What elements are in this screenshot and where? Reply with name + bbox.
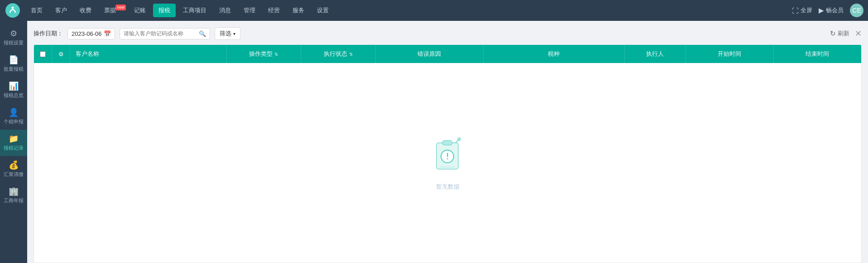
toolbar: 操作日期： 2023-06-06 📅 🔍 筛选 ▾ ↻ 刷新 ✕ xyxy=(34,27,862,40)
search-input[interactable] xyxy=(124,30,196,37)
batch-tax-icon: 📄 xyxy=(9,56,19,64)
th-op-type[interactable]: 操作类型 ⇅ xyxy=(227,45,302,63)
refresh-button[interactable]: ↻ 刷新 xyxy=(830,29,849,38)
sidebar-item-tax-record[interactable]: 📁 报税记录 xyxy=(0,130,27,156)
sidebar-item-tax-settings[interactable]: ⚙ 报税设置 xyxy=(0,24,27,51)
sidebar-item-annual-report[interactable]: 🏢 工商年报 xyxy=(0,182,27,209)
sort-icon: ⇅ xyxy=(349,52,353,57)
th-gear[interactable]: ⚙ xyxy=(52,45,70,63)
sidebar-item-tax-overview[interactable]: 📊 报税总览 xyxy=(0,77,27,103)
tax-settings-icon: ⚙ xyxy=(10,29,17,38)
sidebar-item-annual-settle[interactable]: 💰 汇算清缴 xyxy=(0,156,27,182)
main-layout: ⚙ 报税设置 📄 批量报税 📊 报税总览 👤 个税申报 📁 报税记录 💰 汇算清… xyxy=(0,21,868,263)
nav-customer[interactable]: 客户 xyxy=(50,4,72,17)
th-check[interactable] xyxy=(34,45,52,63)
member-button[interactable]: ▶ 畅会员 xyxy=(819,6,844,15)
member-label: 畅会员 xyxy=(826,6,844,15)
svg-rect-5 xyxy=(447,153,448,157)
th-start-time: 开始时间 xyxy=(686,45,774,63)
refresh-icon: ↻ xyxy=(830,29,836,38)
tax-record-icon: 📁 xyxy=(9,135,19,143)
th-executor: 执行人 xyxy=(625,45,686,63)
th-end-time: 结束时间 xyxy=(774,45,861,63)
sidebar-item-label: 报税总览 xyxy=(4,92,24,98)
sidebar: ⚙ 报税设置 📄 批量报税 📊 报税总览 👤 个税申报 📁 报税记录 💰 汇算清… xyxy=(0,21,27,263)
nav-fee[interactable]: 收费 xyxy=(74,4,97,17)
th-customer-name: 客户名称 xyxy=(70,45,227,63)
empty-text: 暂无数据 xyxy=(436,183,460,191)
nav-service[interactable]: 服务 xyxy=(287,4,310,17)
sidebar-item-label: 报税记录 xyxy=(4,145,24,151)
fullscreen-button[interactable]: ⛶ 全屏 xyxy=(792,6,812,15)
nav-operation[interactable]: 经营 xyxy=(263,4,285,17)
calendar-icon: 📅 xyxy=(104,30,111,37)
fullscreen-label: 全屏 xyxy=(801,6,812,15)
table-body: 暂无数据 xyxy=(34,63,861,263)
toolbar-right: ↻ 刷新 ✕ xyxy=(830,29,862,38)
top-nav: 首页 客户 收费 票据 new 记账 报税 工商项目 消息 管理 经营 服务 设… xyxy=(0,0,868,21)
sidebar-item-label: 报税设置 xyxy=(4,39,24,46)
personal-tax-icon: 👤 xyxy=(9,108,19,117)
sidebar-item-label: 汇算清缴 xyxy=(4,171,24,177)
date-value: 2023-06-06 xyxy=(72,30,102,37)
top-nav-right: ⛶ 全屏 ▶ 畅会员 CE xyxy=(792,4,863,17)
svg-rect-9 xyxy=(440,166,455,168)
search-box[interactable]: 🔍 xyxy=(120,28,210,39)
sidebar-item-label: 工商年报 xyxy=(4,197,24,204)
th-tax-type: 税种 xyxy=(484,45,625,63)
sort-icon: ⇅ xyxy=(274,52,278,57)
table-header: ⚙ 客户名称 操作类型 ⇅ 执行状态 ⇅ 错误原因 税种 xyxy=(34,45,861,63)
empty-state: 暂无数据 xyxy=(427,135,468,191)
fullscreen-icon: ⛶ xyxy=(792,7,799,15)
nav-home[interactable]: 首页 xyxy=(25,4,48,17)
sidebar-item-label: 批量报税 xyxy=(4,66,24,72)
date-picker[interactable]: 2023-06-06 📅 xyxy=(67,28,115,39)
empty-illustration xyxy=(427,135,468,175)
avatar[interactable]: CE xyxy=(850,4,863,17)
filter-label: 筛选 xyxy=(220,29,231,38)
close-button[interactable]: ✕ xyxy=(855,29,862,38)
nav-message[interactable]: 消息 xyxy=(214,4,236,17)
annual-settle-icon: 💰 xyxy=(9,161,19,169)
nav-bookkeeping[interactable]: 记账 xyxy=(129,4,151,17)
nav-settings[interactable]: 设置 xyxy=(312,4,334,17)
refresh-label: 刷新 xyxy=(838,29,849,38)
th-error-reason: 错误原因 xyxy=(376,45,484,63)
nav-bizproject[interactable]: 工商项目 xyxy=(177,4,212,17)
search-icon: 🔍 xyxy=(199,30,206,37)
sidebar-item-batch-tax[interactable]: 📄 批量报税 xyxy=(0,51,27,77)
th-exec-status[interactable]: 执行状态 ⇅ xyxy=(301,45,376,63)
filter-button[interactable]: 筛选 ▾ xyxy=(215,27,240,40)
svg-point-8 xyxy=(458,138,460,141)
date-label: 操作日期： xyxy=(34,29,63,38)
content: 操作日期： 2023-06-06 📅 🔍 筛选 ▾ ↻ 刷新 ✕ xyxy=(27,21,868,263)
tax-overview-icon: 📊 xyxy=(9,82,19,90)
svg-point-1 xyxy=(12,7,14,9)
gear-icon: ⚙ xyxy=(58,51,64,58)
svg-point-6 xyxy=(446,158,448,160)
nav-tax[interactable]: 报税 xyxy=(153,4,176,17)
nav-manage[interactable]: 管理 xyxy=(238,4,261,17)
svg-rect-3 xyxy=(442,141,452,145)
table-container: ⚙ 客户名称 操作类型 ⇅ 执行状态 ⇅ 错误原因 税种 xyxy=(34,44,862,263)
nav-items: 首页 客户 收费 票据 new 记账 报税 工商项目 消息 管理 经营 服务 设… xyxy=(25,4,792,17)
svg-point-0 xyxy=(5,3,20,18)
chevron-down-icon: ▾ xyxy=(233,31,235,36)
sidebar-item-label: 个税申报 xyxy=(4,118,24,125)
sidebar-item-personal-tax[interactable]: 👤 个税申报 xyxy=(0,103,27,130)
nav-invoice[interactable]: 票据 new xyxy=(99,4,127,17)
logo[interactable] xyxy=(5,2,21,19)
select-all-checkbox[interactable] xyxy=(40,51,46,57)
member-icon: ▶ xyxy=(819,6,824,15)
annual-report-icon: 🏢 xyxy=(9,187,19,195)
new-badge: new xyxy=(115,5,126,10)
